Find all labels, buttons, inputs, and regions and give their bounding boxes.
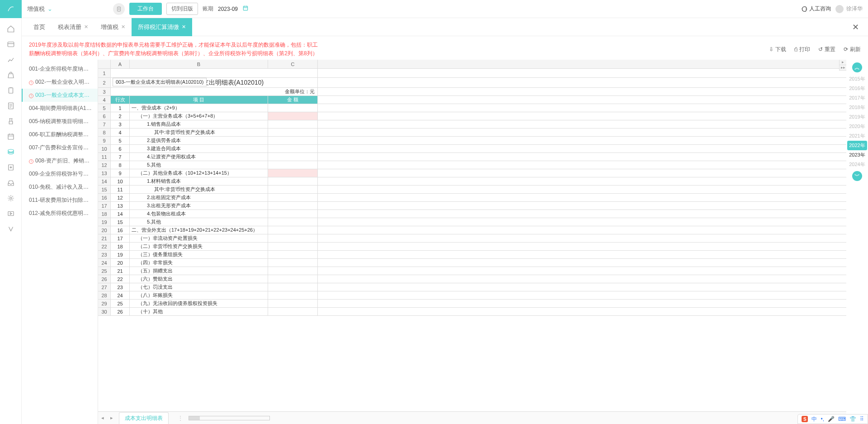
form-item[interactable]: !003-一般企业成本支出明细… <box>22 89 98 102</box>
calendar-picker-icon[interactable] <box>242 5 249 13</box>
svg-rect-3 <box>8 134 14 139</box>
ime-logo-icon: S <box>802 416 808 422</box>
gear-icon[interactable] <box>6 194 15 203</box>
card-icon[interactable] <box>6 40 15 49</box>
form-item[interactable]: !008-资产折旧、摊销及纳税… <box>22 154 98 167</box>
year-2020年[interactable]: 2020年 <box>847 122 867 131</box>
sheet-crumb: 003-一般企业成本支出明细表(A102010) <box>113 78 207 86</box>
reset-label: 重置 <box>825 46 835 53</box>
warn-icon: ! <box>29 94 33 98</box>
help-link[interactable]: 人工咨询 <box>801 5 831 13</box>
spreadsheet: A B C ▸▸▸ 12一般企业成本支出明细表(A102010)3金额单位：元4… <box>98 60 846 424</box>
tab-税表清册[interactable]: 税表清册✕ <box>52 18 94 36</box>
sheet-nav-first[interactable]: ◂ <box>98 415 107 421</box>
svg-rect-8 <box>243 6 247 10</box>
hscroll-thumb[interactable] <box>189 416 200 420</box>
tax-icon[interactable] <box>6 148 15 157</box>
user-menu[interactable]: 徐泽华 <box>835 5 863 13</box>
ime-bar[interactable]: S 中 •, 🎤 ⌨ 👕 ⠿ <box>797 414 868 424</box>
home-icon[interactable] <box>6 24 15 33</box>
form-item[interactable]: !002-一般企业收入明细表(A… <box>22 76 98 89</box>
form-item[interactable]: 001-企业所得税年度纳税申… <box>22 62 98 76</box>
close-icon[interactable]: ✕ <box>182 24 186 30</box>
close-all-tabs[interactable]: ✕ <box>849 22 863 32</box>
company-name: 增值税 <box>27 5 45 13</box>
form-item[interactable]: 010-免税、减计收入及加计… <box>22 181 98 194</box>
form-item[interactable]: 004-期间费用明细表(A1040… <box>22 102 98 115</box>
tabs-row: 首页税表清册✕增值税✕所得税汇算清缴✕ ✕ <box>22 18 868 36</box>
year-down[interactable]: ︾ <box>852 171 862 181</box>
download-label: 下载 <box>775 46 786 53</box>
v-icon[interactable] <box>6 224 15 233</box>
print-label: 打印 <box>799 46 810 53</box>
warning-text: 2019年度涉及取以前年度结转数据的申报表单元格需要手工维护正确，才能保证本年及… <box>29 41 323 58</box>
forms-list: 001-企业所得税年度纳税申…!002-一般企业收入明细表(A…!003-一般企… <box>22 60 98 424</box>
sheet-nav-prev[interactable]: ▸ <box>107 415 116 421</box>
period-value[interactable]: 2023-09 <box>218 6 238 12</box>
tab-所得税汇算清缴[interactable]: 所得税汇算清缴✕ <box>132 18 192 36</box>
reset-button[interactable]: ↺重置 <box>818 41 835 58</box>
ime-keyboard-icon[interactable]: ⌨ <box>838 416 846 422</box>
calendar-icon[interactable] <box>6 132 15 141</box>
chevron-down-icon: ⌄ <box>47 5 52 12</box>
col-C[interactable]: C <box>268 60 318 68</box>
tool-icon[interactable] <box>6 117 15 126</box>
download-button[interactable]: ⇩下载 <box>769 41 786 58</box>
form-item[interactable]: 007-广告费和业务宣传费跨… <box>22 141 98 154</box>
column-header: A B C <box>98 60 846 69</box>
warn-icon: ! <box>29 159 33 164</box>
form-item[interactable]: 005-纳税调整项目明细表(A1… <box>22 115 98 128</box>
bag-icon[interactable] <box>6 71 15 80</box>
form-item[interactable]: 012-减免所得税优惠明细表(… <box>22 207 98 220</box>
year-2017年[interactable]: 2017年 <box>847 93 867 103</box>
tab-增值税[interactable]: 增值税✕ <box>94 18 132 36</box>
year-rail: ︽ 2015年2016年2017年2018年2019年2020年2021年202… <box>846 60 868 424</box>
hscroll-track[interactable] <box>189 416 270 420</box>
avatar <box>835 5 844 13</box>
year-2021年[interactable]: 2021年 <box>847 131 867 141</box>
ime-lang[interactable]: 中 <box>811 415 817 423</box>
doc-icon[interactable] <box>6 101 15 110</box>
ime-mic-icon[interactable]: 🎤 <box>828 416 835 422</box>
workbench-button[interactable]: 工作台 <box>129 3 162 15</box>
year-2016年[interactable]: 2016年 <box>847 84 867 93</box>
video-icon[interactable] <box>6 209 15 218</box>
user-name: 徐泽华 <box>846 5 863 13</box>
tab-首页[interactable]: 首页 <box>27 18 52 36</box>
switch-old-button[interactable]: 切到旧版 <box>166 3 198 15</box>
form-item[interactable]: 009-企业所得税弥补亏损明… <box>22 167 98 181</box>
refresh-button[interactable]: ⟳刷新 <box>844 41 861 58</box>
svg-point-5 <box>9 197 12 200</box>
export-icon[interactable] <box>6 163 15 172</box>
year-2023年[interactable]: 2023年 <box>847 150 867 160</box>
ime-grid-icon[interactable]: ⠿ <box>860 416 864 422</box>
form-item[interactable]: 011-研发费用加计扣除优惠… <box>22 194 98 207</box>
col-A[interactable]: A <box>111 60 130 68</box>
year-2015年[interactable]: 2015年 <box>847 74 867 84</box>
ime-skin-icon[interactable]: 👕 <box>849 416 856 422</box>
svg-rect-6 <box>8 212 14 216</box>
ime-punct[interactable]: •, <box>821 416 824 422</box>
help-label: 人工咨询 <box>809 5 831 13</box>
logo[interactable] <box>0 0 22 18</box>
period-label: 账期 <box>203 5 213 13</box>
col-B[interactable]: B <box>130 60 268 68</box>
year-2018年[interactable]: 2018年 <box>847 103 867 112</box>
year-2024年[interactable]: 2024年 <box>847 160 867 169</box>
close-icon[interactable]: ✕ <box>121 24 125 30</box>
sheet-bottom: ◂ ▸ 成本支出明细表 ⋮ <box>98 411 846 424</box>
year-up[interactable]: ︽ <box>852 62 862 72</box>
clipboard-icon[interactable] <box>6 86 15 95</box>
warn-icon: ! <box>29 81 33 85</box>
chart-icon[interactable] <box>6 55 15 64</box>
company-select[interactable]: 增值税 ⌄ <box>27 5 108 13</box>
close-icon[interactable]: ✕ <box>84 24 88 30</box>
year-2022年[interactable]: 2022年 <box>847 141 867 150</box>
inbox-icon[interactable] <box>6 178 15 187</box>
form-item[interactable]: 006-职工薪酬纳税调整明细… <box>22 128 98 141</box>
year-2019年[interactable]: 2019年 <box>847 112 867 122</box>
sheet-tab[interactable]: 成本支出明细表 <box>119 412 169 424</box>
round-button[interactable] <box>113 3 125 15</box>
topbar: 增值税 ⌄ 工作台 切到旧版 账期 2023-09 人工咨询 徐泽华 <box>22 0 868 18</box>
print-button[interactable]: ⎙打印 <box>794 41 810 58</box>
